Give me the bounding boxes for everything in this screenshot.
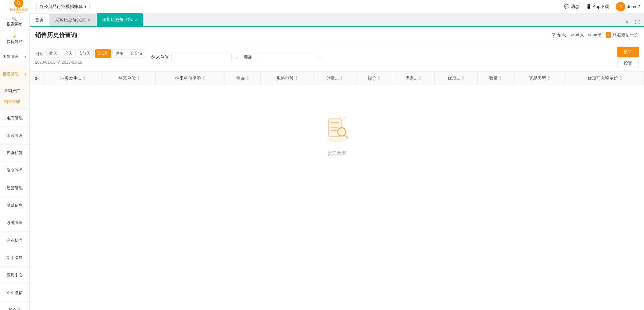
empty-state-row: ✦ ✦ 暂元数据: [30, 85, 644, 184]
settings-icon[interactable]: ⚙: [34, 76, 38, 81]
sales-history-close-icon[interactable]: ✕: [135, 18, 138, 22]
th-unit-code[interactable]: 往来单位 ▲▼: [103, 72, 155, 85]
chevron-right-icon: ▾: [25, 55, 26, 59]
sidebar-item-new-guide[interactable]: 新手引导: [0, 249, 29, 267]
sidebar-item-label: 采购管理: [7, 133, 23, 139]
only-last-checkbox[interactable]: ✓: [606, 32, 611, 38]
help-label: 帮助: [557, 32, 566, 38]
user-item[interactable]: D demo2: [616, 2, 640, 11]
empty-text: 暂元数据: [327, 151, 346, 157]
sidebar-item-system[interactable]: 系统管理: [0, 214, 29, 232]
chevron-down-icon: ▴: [25, 72, 26, 76]
app-download-item[interactable]: 📱 App下载: [586, 4, 609, 10]
discount1-label: 优惠...: [405, 75, 417, 81]
svg-text:✦: ✦: [343, 116, 345, 120]
sort-icon: ▲▼: [295, 75, 298, 81]
import-button[interactable]: ↩ 导入: [570, 32, 584, 38]
sidebar-item-label: 快捷导航: [7, 39, 23, 45]
sidebar-item-search-menu[interactable]: 🔍 搜索菜单: [0, 13, 29, 31]
query-button[interactable]: 查询: [617, 47, 639, 57]
sidebar-item-label: 企业协同: [7, 238, 23, 243]
tab-purchase-history[interactable]: 采购历史价跟踪 ✕: [50, 14, 96, 26]
date-btn-custom[interactable]: 自定义: [128, 49, 146, 58]
sort-icon: ▲▼: [419, 75, 421, 81]
sidebar-item-sales-mgmt[interactable]: 销售管理: [0, 96, 29, 107]
sidebar-item-cooperation[interactable]: 企业协同: [0, 232, 29, 249]
th-discount1[interactable]: 优惠... ▲▼: [392, 72, 435, 85]
th-pretax-price[interactable]: 优惠前无税单价 ▲▼: [566, 72, 644, 85]
sidebar-item-membership[interactable]: 畅会员: [0, 302, 29, 310]
date-btn-7days[interactable]: 近7天: [77, 49, 94, 58]
from-unit-dots-icon[interactable]: ...: [234, 55, 238, 60]
sidebar-item-basic-info[interactable]: 基础信息: [0, 197, 29, 214]
date-filter-section: 日期 昨天 今天 近7天 近1月 更多 自定义 2023-02-18 至 202…: [35, 49, 146, 65]
sidebar-item-inventory[interactable]: 库存核算: [0, 145, 29, 162]
search-menu-icon: 🔍: [12, 17, 17, 21]
sidebar-item-operations[interactable]: 经营管理: [0, 179, 29, 197]
purchase-history-close-icon[interactable]: ✕: [88, 18, 91, 22]
from-unit-filter-group: 往来单位 ...: [151, 53, 238, 62]
sidebar-item-finance[interactable]: 资金管理: [0, 162, 29, 179]
avatar: D: [616, 2, 625, 11]
goods-filter-group: 商品 ...: [244, 53, 322, 62]
export-label: 导出: [593, 32, 602, 38]
phone-icon: 📱: [586, 4, 591, 9]
date-btn-yesterday[interactable]: 昨天: [46, 49, 60, 58]
svg-point-0: [327, 137, 346, 142]
th-quote[interactable]: 报价 ▲▼: [356, 72, 392, 85]
th-trade-type[interactable]: 交易类型 ▲▼: [513, 72, 566, 85]
page-title: 销售历史价查询: [35, 31, 77, 43]
app-selector[interactable]: 办公用品行业模拟账套 ▾: [36, 2, 90, 11]
quantity-label: 数量: [489, 75, 498, 81]
quote-label: 报价: [368, 75, 376, 81]
sidebar-item-quick-nav[interactable]: ⚡ 快捷导航: [0, 31, 29, 48]
unit-name-label: 往来单位名称: [175, 75, 201, 81]
settings-button[interactable]: 设置: [617, 59, 639, 68]
message-item[interactable]: 💬 消息: [564, 4, 579, 10]
th-goods[interactable]: 商品 ▲▼: [225, 72, 261, 85]
filter-right-actions: 查询 设置: [617, 47, 639, 68]
export-button[interactable]: ↪ 导出: [588, 32, 602, 38]
sidebar-item-wholesale-mgmt[interactable]: 批发管理 ▴: [0, 66, 29, 83]
date-btn-today[interactable]: 今天: [62, 49, 76, 58]
th-spec[interactable]: 规格型号 ▲▼: [261, 72, 313, 85]
tab-sales-history[interactable]: 销售历史价跟踪 ✕: [97, 13, 143, 26]
sidebar-item-enterprise-wechat[interactable]: 企业微信: [0, 284, 29, 302]
logo-icon: 6: [14, 0, 23, 8]
date-filter-label: 日期: [35, 51, 44, 57]
page-header: 销售历史价查询 ❓ 帮助 ↩ 导入 ↪ 导出 ✓: [30, 27, 644, 43]
tab-home[interactable]: 首页: [30, 14, 49, 26]
sidebar-item-label: 零售管理: [3, 54, 19, 60]
help-button[interactable]: ❓ 帮助: [551, 32, 566, 38]
unit-label: 计量...: [326, 75, 339, 81]
only-last-checkbox-item[interactable]: ✓ 只看最后一次: [606, 32, 639, 38]
sidebar-item-app-center[interactable]: 应用中心: [0, 267, 29, 284]
purchase-history-tab-label: 采购历史价跟踪: [55, 17, 86, 23]
th-unit-name[interactable]: 往来单位名称 ▲▼: [155, 72, 225, 85]
th-quantity[interactable]: 数量 ▲▼: [477, 72, 513, 85]
date-btn-1month[interactable]: 近1月: [95, 49, 111, 58]
th-discount2[interactable]: 优惠... ▲▼: [435, 72, 478, 85]
sidebar-item-marketing[interactable]: 营销推广: [0, 85, 29, 96]
th-settings: ⚙: [30, 72, 43, 85]
sidebar-item-retail-mgmt[interactable]: 零售管理 ▾: [0, 48, 29, 66]
sort-icon: ▲▼: [547, 75, 550, 81]
sort-icon: ▲▼: [462, 75, 464, 81]
sidebar-item-ecommerce[interactable]: 电商管理: [0, 110, 29, 127]
maximize-button[interactable]: ⛶: [633, 18, 641, 26]
data-table: ⚙ 业务发生... ▲▼ 往来单位: [30, 72, 644, 184]
from-unit-input[interactable]: [171, 53, 232, 62]
goods-input[interactable]: [255, 53, 315, 62]
sidebar-item-label: 经营管理: [7, 185, 23, 191]
close-tab-button[interactable]: ✕: [623, 18, 631, 26]
date-btn-more[interactable]: 更多: [112, 49, 126, 58]
sidebar-item-purchase[interactable]: 采购管理: [0, 127, 29, 145]
tab-bar: 首页 采购历史价跟踪 ✕ 销售历史价跟踪 ✕ ✕ ⛶: [30, 13, 644, 27]
sort-icon: ▲▼: [247, 75, 249, 81]
th-biz-date[interactable]: 业务发生... ▲▼: [43, 72, 103, 85]
th-unit[interactable]: 计量... ▲▼: [313, 72, 356, 85]
sales-mgmt-label: 销售管理: [4, 99, 20, 104]
goods-dots-icon[interactable]: ...: [318, 55, 322, 60]
goods-label: 商品: [244, 54, 252, 60]
trade-type-label: 交易类型: [529, 75, 546, 81]
